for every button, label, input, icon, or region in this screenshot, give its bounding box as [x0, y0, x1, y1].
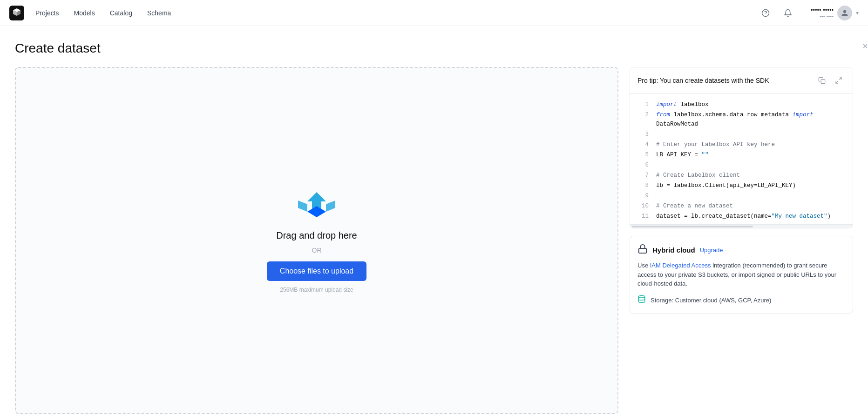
- svg-rect-7: [821, 80, 825, 84]
- code-line-1: 1 import labelbox: [630, 100, 853, 110]
- code-line-10: 10 # Create a new dataset: [630, 201, 853, 211]
- code-line-5: 5 LB_API_KEY = "": [630, 150, 853, 160]
- storage-row: Storage: Customer cloud (AWS, GCP, Azure…: [637, 295, 845, 306]
- navbar: Projects Models Catalog Schema ••••• •••…: [0, 0, 868, 26]
- code-line-4: 4 # Enter your Labelbox API key here: [630, 140, 853, 150]
- code-scrollbar-thumb: [632, 226, 753, 227]
- pro-tip-text: Pro tip: You can create datasets with th…: [637, 77, 769, 84]
- svg-marker-4: [307, 206, 326, 217]
- code-line-6: 6: [630, 160, 853, 170]
- max-size-text: 256MB maximum upload size: [280, 287, 353, 293]
- nav-models[interactable]: Models: [74, 9, 95, 17]
- code-line-8: 8 lb = labelbox.Client(api_key=LB_API_KE…: [630, 180, 853, 191]
- expand-code-button[interactable]: [832, 74, 845, 87]
- upload-panel[interactable]: Drag and drop here OR Choose files to up…: [15, 67, 618, 414]
- svg-line-9: [836, 81, 838, 83]
- app-logo[interactable]: [9, 6, 24, 20]
- navbar-divider: [803, 7, 803, 19]
- upgrade-link[interactable]: Upgrade: [700, 247, 723, 254]
- notifications-button[interactable]: [780, 6, 795, 20]
- main-layout: Drag and drop here OR Choose files to up…: [15, 67, 853, 414]
- nav-projects[interactable]: Projects: [35, 9, 59, 17]
- nav-schema[interactable]: Schema: [147, 9, 171, 17]
- avatar: [837, 6, 852, 20]
- svg-rect-10: [639, 248, 647, 253]
- svg-line-8: [839, 78, 841, 80]
- user-role: ••• ••••: [811, 13, 834, 19]
- lock-icon: [637, 244, 648, 256]
- close-button[interactable]: ×: [862, 41, 868, 52]
- sdk-panel: Pro tip: You can create datasets with th…: [630, 67, 853, 414]
- code-line-11: 11 dataset = lb.create_dataset(name="My …: [630, 211, 853, 221]
- user-info: ••••• ••••• ••• ••••: [811, 7, 834, 19]
- page-title: Create dataset: [15, 41, 853, 56]
- user-chevron-icon: ▾: [856, 10, 859, 16]
- user-name: ••••• •••••: [811, 7, 834, 13]
- or-text: OR: [312, 247, 322, 254]
- code-card: Pro tip: You can create datasets with th…: [630, 67, 853, 228]
- choose-files-button[interactable]: Choose files to upload: [267, 261, 366, 281]
- hybrid-cloud-title: Hybrid cloud: [652, 246, 695, 254]
- hybrid-cloud-card: Hybrid cloud Upgrade Use IAM Delegated A…: [630, 236, 853, 314]
- code-card-actions: [815, 74, 845, 87]
- drag-drop-text: Drag and drop here: [276, 230, 357, 241]
- code-block: 1 import labelbox 2 from labelbox.schema…: [630, 94, 853, 224]
- hybrid-body-prefix: Use: [637, 262, 650, 269]
- storage-text: Storage: Customer cloud (AWS, GCP, Azure…: [651, 297, 771, 304]
- code-scrollbar[interactable]: [630, 224, 853, 228]
- svg-point-11: [638, 295, 645, 298]
- navbar-links: Projects Models Catalog Schema: [35, 9, 758, 17]
- help-button[interactable]: [758, 6, 773, 20]
- code-line-7: 7 # Create Labelbox client: [630, 170, 853, 180]
- storage-icon: [637, 295, 646, 306]
- code-line-2: 2 from labelbox.schema.data_row_metadata…: [630, 110, 853, 129]
- iam-delegated-access-link[interactable]: IAM Delegated Access: [650, 262, 711, 269]
- bell-icon: [784, 9, 792, 17]
- code-card-header: Pro tip: You can create datasets with th…: [630, 67, 853, 94]
- copy-icon: [818, 77, 826, 84]
- hybrid-body: Use IAM Delegated Access integration (re…: [637, 261, 845, 288]
- help-icon: [761, 9, 770, 17]
- nav-catalog[interactable]: Catalog: [110, 9, 132, 17]
- code-line-9: 9: [630, 191, 853, 201]
- upload-icon: [298, 188, 335, 221]
- code-line-3: 3: [630, 129, 853, 140]
- navbar-right: ••••• ••••• ••• •••• ▾: [758, 6, 859, 20]
- expand-icon: [835, 77, 842, 84]
- user-menu[interactable]: ••••• ••••• ••• •••• ▾: [811, 6, 859, 20]
- page-content: Create dataset × Drag and drop here OR C…: [0, 26, 868, 414]
- hybrid-card-header: Hybrid cloud Upgrade: [637, 244, 845, 256]
- svg-marker-6: [326, 200, 335, 212]
- copy-code-button[interactable]: [815, 74, 828, 87]
- svg-marker-5: [298, 200, 307, 212]
